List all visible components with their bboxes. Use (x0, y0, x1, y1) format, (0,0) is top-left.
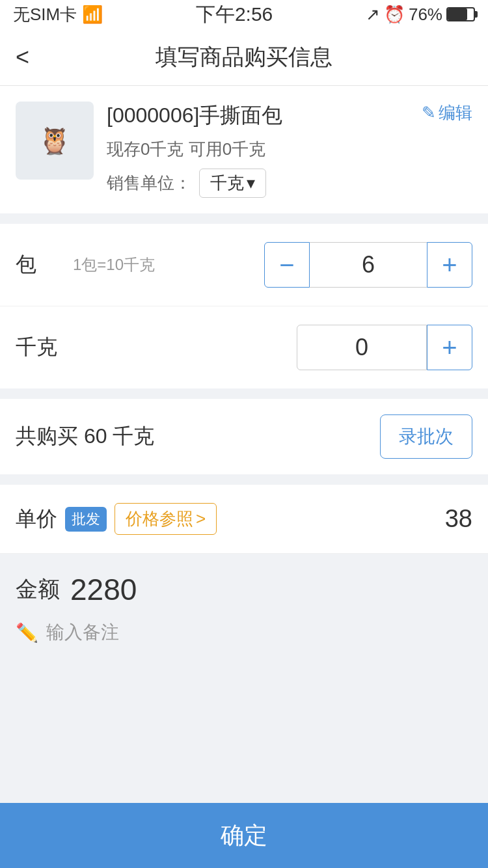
product-name: [0000006]手撕面包 (107, 102, 472, 130)
battery-label: 76% (409, 5, 442, 25)
edit-button[interactable]: ✎ 编辑 (422, 102, 472, 124)
qty-label-kg: 千克 (16, 333, 68, 362)
total-row: 共购买 60 千克 录批次 (0, 399, 488, 474)
status-left: 无SIM卡 📶 (13, 3, 103, 26)
back-button[interactable]: < (16, 44, 29, 71)
quantity-section: 包 1包=10千克 − + 千克 + (0, 224, 488, 388)
price-reference-button[interactable]: 价格参照 > (115, 503, 217, 535)
time-label: 下午2:56 (196, 1, 273, 28)
quantity-row-bao: 包 1包=10千克 − + (0, 224, 488, 306)
qty-plus-button-kg[interactable]: + (427, 325, 472, 370)
record-batch-button[interactable]: 录批次 (380, 414, 472, 459)
product-stock: 现存0千克 可用0千克 (107, 138, 472, 161)
status-right: ↗ ⏰ 76% (366, 5, 475, 25)
chevron-right-icon: > (196, 509, 206, 529)
product-thumbnail: 🦉 (16, 102, 94, 180)
price-left: 单价 批发 价格参照 > (16, 503, 217, 535)
page-title: 填写商品购买信息 (156, 42, 332, 72)
unit-label: 销售单位： (107, 172, 191, 195)
confirm-button[interactable]: 确定 (0, 803, 488, 868)
qty-label-bao: 包 (16, 251, 68, 279)
alarm-icon: ⏰ (384, 5, 405, 25)
price-value: 38 (445, 505, 472, 533)
unit-select[interactable]: 千克 ▾ (199, 169, 266, 198)
note-row[interactable]: ✏️ 输入备注 (16, 620, 472, 645)
location-icon: ↗ (366, 5, 380, 25)
price-ref-label: 价格参照 (126, 508, 193, 530)
product-info: [0000006]手撕面包 现存0千克 可用0千克 销售单位： 千克 ▾ (107, 102, 472, 198)
status-bar: 无SIM卡 📶 下午2:56 ↗ ⏰ 76% (0, 0, 488, 29)
product-thumb-icon: 🦉 (38, 126, 71, 156)
amount-value: 2280 (70, 572, 137, 607)
price-section: 单价 批发 价格参照 > 38 (0, 485, 488, 554)
wholesale-badge: 批发 (65, 507, 107, 532)
product-section: 🦉 [0000006]手撕面包 现存0千克 可用0千克 销售单位： 千克 ▾ ✎… (0, 86, 488, 213)
qty-controls-kg: + (297, 325, 472, 370)
qty-minus-button-bao[interactable]: − (264, 242, 310, 288)
wifi-icon: 📶 (82, 5, 103, 25)
chevron-down-icon: ▾ (247, 173, 255, 193)
edit-icon: ✎ (422, 103, 436, 123)
nav-bar: < 填写商品购买信息 (0, 29, 488, 86)
qty-sub-label-bao: 1包=10千克 (73, 254, 264, 275)
qty-input-kg[interactable] (297, 325, 427, 370)
qty-controls-bao: − + (264, 242, 472, 288)
qty-input-bao[interactable] (310, 242, 427, 288)
note-placeholder[interactable]: 输入备注 (46, 620, 119, 645)
quantity-row-kg: 千克 + (0, 306, 488, 388)
amount-row: 金额 2280 (16, 572, 472, 607)
carrier-label: 无SIM卡 (13, 3, 77, 26)
product-unit-row: 销售单位： 千克 ▾ (107, 169, 472, 198)
pencil-icon: ✏️ (16, 622, 38, 644)
battery-icon (446, 7, 475, 21)
price-label: 单价 (16, 505, 57, 534)
qty-plus-button-bao[interactable]: + (427, 242, 472, 288)
amount-label: 金额 (16, 575, 60, 604)
total-label: 共购买 60 千克 (16, 422, 154, 451)
amount-section: 金额 2280 ✏️ 输入备注 (0, 554, 488, 658)
